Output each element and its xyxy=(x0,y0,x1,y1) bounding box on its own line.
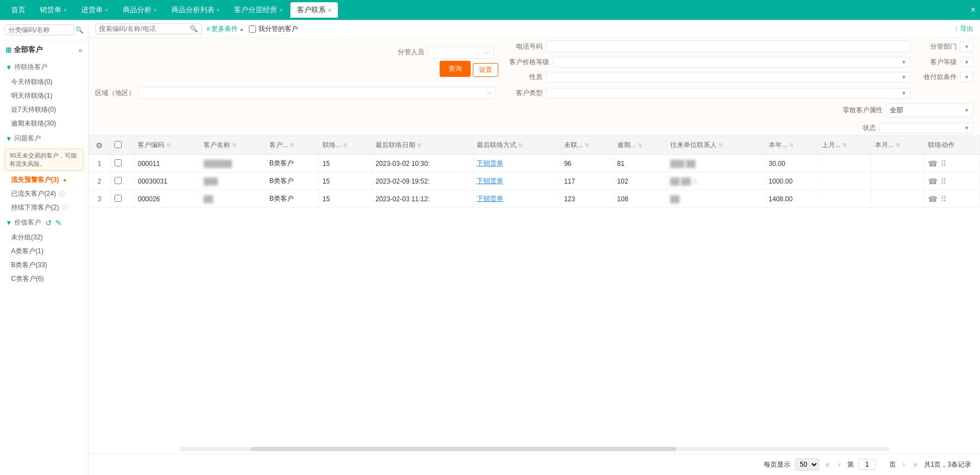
export-button[interactable]: ↑ 导出 xyxy=(955,24,973,34)
sidebar-group-problem[interactable]: ▼ 问题客户 xyxy=(0,131,88,147)
filter-customer-grade-select[interactable]: ▼ xyxy=(960,57,973,67)
col-this-month[interactable]: 本月... ⇅ xyxy=(871,136,924,155)
tab-customer-layer[interactable]: 客户分层经营 × xyxy=(227,2,289,18)
row-checkbox-1[interactable] xyxy=(111,173,134,190)
filter-search-icon[interactable]: 🔍 xyxy=(190,25,198,33)
sidebar-collapse-icon[interactable]: « xyxy=(79,46,82,54)
first-page-button[interactable]: « xyxy=(823,461,832,468)
horizontal-scroll[interactable] xyxy=(88,445,980,453)
table-area: ⚙ 客户编码 ⇅ 客户名称 ⇅ 客户... ⇅ xyxy=(88,136,980,445)
edit-icon-value[interactable]: ✎ xyxy=(55,218,62,227)
filter-nature-select[interactable]: ▼ xyxy=(546,72,910,82)
col-type[interactable]: 客户... ⇅ xyxy=(266,136,319,155)
settings-button[interactable]: 设置 xyxy=(473,63,498,77)
row-last-method-1[interactable]: 下销货单 xyxy=(473,173,560,190)
next-page-button[interactable]: › xyxy=(900,461,907,468)
tab-analysis-close[interactable]: × xyxy=(154,7,157,13)
row-action-2[interactable]: ☎⠿ xyxy=(924,190,979,208)
my-customers-checkbox[interactable]: 我分管的客户 xyxy=(249,24,298,34)
filter-manager-select[interactable]: ··· xyxy=(428,46,494,59)
tab-purchase-close[interactable]: × xyxy=(105,7,108,13)
row-last-month-1 xyxy=(818,173,871,190)
row-last-method-2[interactable]: 下销货单 xyxy=(473,190,560,208)
refresh-icon[interactable]: ↺ xyxy=(45,218,52,227)
row-action-0[interactable]: ☎⠿ xyxy=(924,155,979,173)
sidebar-item-today-pending[interactable]: 今天待联络(0) xyxy=(0,75,88,89)
query-button[interactable]: 查询 xyxy=(440,61,471,77)
tab-sales-close[interactable]: × xyxy=(64,7,67,13)
filter-customer-type-select[interactable]: ▼ xyxy=(546,88,910,98)
more-icon-2[interactable]: ⠿ xyxy=(941,195,946,203)
chevron-nature-icon: ▼ xyxy=(901,74,906,80)
filter-icon: ≡ xyxy=(206,25,210,33)
row-checkbox-0[interactable] xyxy=(111,155,134,173)
sidebar-item-churn-warning[interactable]: 流失预警客户(3) ● xyxy=(0,173,88,187)
filter-payment-select[interactable]: ▼ xyxy=(960,72,973,82)
scroll-thumb[interactable] xyxy=(251,447,676,451)
filter-phone-label: 电话号码 xyxy=(509,42,543,51)
col-checkbox[interactable] xyxy=(111,136,134,155)
col-this-year[interactable]: 本年... ⇅ xyxy=(765,136,818,155)
tab-purchase[interactable]: 进货单 × xyxy=(75,2,115,18)
filter-phone-input[interactable] xyxy=(546,40,910,53)
page-number-input[interactable] xyxy=(858,459,876,470)
col-contact2[interactable]: 往来单位联系人 ⇅ xyxy=(666,136,765,155)
contact-icon-0[interactable]: ☎ xyxy=(928,159,937,168)
col-name[interactable]: 客户名称 ⇅ xyxy=(200,136,266,155)
tab-customer-contact-close[interactable]: × xyxy=(328,7,331,13)
close-all-button[interactable]: × xyxy=(971,5,976,15)
sort-icon-last-method: ⇅ xyxy=(518,142,523,148)
col-last-method[interactable]: 最后联络方式 ⇅ xyxy=(473,136,560,155)
tab-analysis[interactable]: 商品分析 × xyxy=(116,2,164,18)
sidebar-search-icon[interactable]: 🔍 xyxy=(75,26,84,34)
sidebar-group-pending[interactable]: ▼ 待联络客户 xyxy=(0,59,88,75)
all-customers-label: 全部客户 xyxy=(14,45,43,55)
select-all-checkbox[interactable] xyxy=(114,141,122,148)
tab-home[interactable]: 首页 xyxy=(4,2,32,18)
prev-page-button[interactable]: ‹ xyxy=(836,461,843,468)
contact-icon-1[interactable]: ☎ xyxy=(928,177,937,186)
sidebar-group-value[interactable]: ▼ 价值客户 ↺ ✎ xyxy=(0,215,88,231)
my-customers-check[interactable] xyxy=(249,25,256,33)
sidebar-item-class-c[interactable]: C类客户(6) xyxy=(0,272,88,286)
more-icon-1[interactable]: ⠿ xyxy=(941,177,946,186)
filter-status-select[interactable]: ▼ xyxy=(879,123,973,133)
row-checkbox-2[interactable] xyxy=(111,190,134,208)
filter-search-input[interactable] xyxy=(99,25,187,33)
sidebar-item-class-b[interactable]: B类客户(33) xyxy=(0,258,88,272)
more-icon-0[interactable]: ⠿ xyxy=(941,159,946,168)
more-conditions-btn[interactable]: ≡ 更多条件 ▲ xyxy=(206,24,244,34)
row-contact-0: 15 xyxy=(319,155,372,173)
row-last-method-0[interactable]: 下销货单 xyxy=(473,155,560,173)
filter-zero-attr-select[interactable]: 全部 ▼ xyxy=(886,103,973,117)
gear-icon[interactable]: ⚙ xyxy=(96,141,103,150)
tab-analysis-list[interactable]: 商品分析列表 × xyxy=(165,2,227,18)
sidebar-item-tomorrow-pending[interactable]: 明天待联络(1) xyxy=(0,89,88,103)
col-settings[interactable]: ⚙ xyxy=(88,136,111,155)
contact-icon-2[interactable]: ☎ xyxy=(928,195,937,203)
per-page-select[interactable]: 50 xyxy=(795,458,819,471)
sidebar-item-week-pending[interactable]: 近7天待联络(0) xyxy=(0,103,88,117)
sidebar-item-overdue-pending[interactable]: 逾期未联络(30) xyxy=(0,117,88,131)
tab-analysis-list-close[interactable]: × xyxy=(217,7,220,13)
col-code[interactable]: 客户编码 ⇅ xyxy=(134,136,200,155)
sidebar-item-declining[interactable]: 持续下滑客户(2) ⓘ xyxy=(0,201,88,215)
sidebar-item-ungrouped[interactable]: 未分组(32) xyxy=(0,231,88,244)
col-last-date[interactable]: 最后联络日期 ⇅ xyxy=(372,136,473,155)
filter-region-select[interactable]: ··· xyxy=(138,87,496,99)
sidebar-item-class-a[interactable]: A类客户(1) xyxy=(0,244,88,258)
filter-price-grade-select[interactable]: ▼ xyxy=(552,57,910,67)
filter-dept-select[interactable]: ▼ xyxy=(960,41,973,52)
col-last-month[interactable]: 上月... ⇅ xyxy=(818,136,871,155)
col-not-contact[interactable]: 未联... ⇅ xyxy=(560,136,613,155)
sidebar-search-input[interactable] xyxy=(4,24,74,35)
page-label: 第 xyxy=(847,460,854,469)
col-contact-count[interactable]: 联络... ⇅ xyxy=(319,136,372,155)
sidebar-item-churned[interactable]: 已流失客户(24) ⓘ xyxy=(0,187,88,201)
row-action-1[interactable]: ☎⠿ xyxy=(924,173,979,190)
tab-customer-contact[interactable]: 客户联系 × xyxy=(290,2,338,18)
tab-sales[interactable]: 销货单 × xyxy=(33,2,74,18)
col-overdue[interactable]: 逾期... ⇅ xyxy=(613,136,666,155)
last-page-button[interactable]: » xyxy=(911,461,920,468)
tab-customer-layer-close[interactable]: × xyxy=(279,7,283,13)
